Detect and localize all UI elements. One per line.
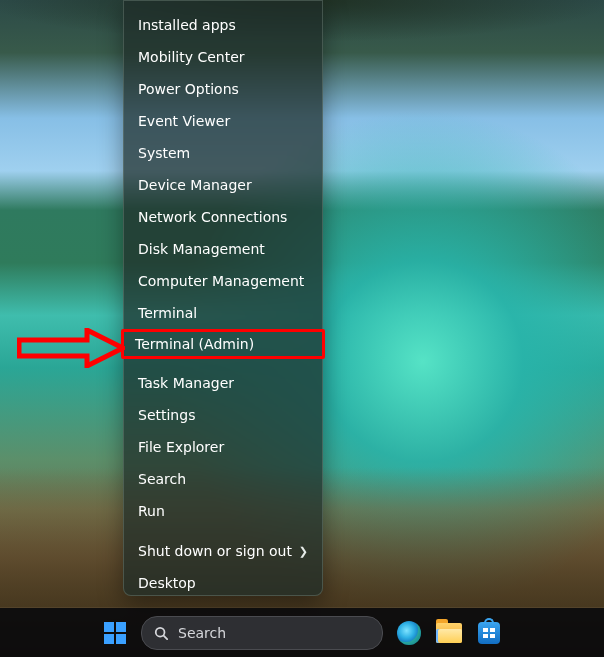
svg-line-1 xyxy=(164,635,168,639)
edge-icon xyxy=(397,621,421,645)
menu-item-network-connections[interactable]: Network Connections xyxy=(124,201,322,233)
menu-item-label: Desktop xyxy=(138,576,196,590)
folder-icon xyxy=(436,623,462,643)
taskbar-search[interactable]: Search xyxy=(141,616,383,650)
menu-item-settings[interactable]: Settings xyxy=(124,399,322,431)
search-placeholder: Search xyxy=(178,625,226,641)
taskbar: Search xyxy=(0,608,604,657)
menu-item-label: Power Options xyxy=(138,82,239,96)
windows-logo-icon xyxy=(104,622,126,644)
menu-item-disk-management[interactable]: Disk Management xyxy=(124,233,322,265)
menu-item-label: Event Viewer xyxy=(138,114,230,128)
menu-item-label: Disk Management xyxy=(138,242,265,256)
menu-item-search[interactable]: Search xyxy=(124,463,322,495)
menu-item-file-explorer[interactable]: File Explorer xyxy=(124,431,322,463)
menu-item-label: File Explorer xyxy=(138,440,224,454)
menu-item-mobility-center[interactable]: Mobility Center xyxy=(124,41,322,73)
menu-item-label: Installed apps xyxy=(138,18,236,32)
taskbar-app-file-explorer[interactable] xyxy=(435,619,463,647)
menu-item-label: Computer Management xyxy=(138,274,304,288)
menu-item-run[interactable]: Run xyxy=(124,495,322,527)
menu-item-task-manager[interactable]: Task Manager xyxy=(124,367,322,399)
menu-item-label: Settings xyxy=(138,408,195,422)
menu-item-terminal[interactable]: Terminal xyxy=(124,297,322,329)
menu-item-label: System xyxy=(138,146,190,160)
taskbar-app-microsoft-store[interactable] xyxy=(475,619,503,647)
menu-item-computer-management[interactable]: Computer Management xyxy=(124,265,322,297)
menu-item-shutdown-signout[interactable]: Shut down or sign out ❯ xyxy=(124,535,322,567)
menu-item-device-manager[interactable]: Device Manager xyxy=(124,169,322,201)
menu-item-label: Network Connections xyxy=(138,210,287,224)
menu-item-label: Task Manager xyxy=(138,376,234,390)
winx-context-menu: Installed apps Mobility Center Power Opt… xyxy=(123,0,323,596)
store-icon xyxy=(478,622,500,644)
menu-item-label: Terminal xyxy=(138,306,197,320)
search-icon xyxy=(154,626,168,640)
menu-item-label: Terminal (Admin) xyxy=(135,337,254,351)
menu-item-installed-apps[interactable]: Installed apps xyxy=(124,9,322,41)
menu-item-label: Device Manager xyxy=(138,178,252,192)
menu-item-desktop[interactable]: Desktop xyxy=(124,567,322,599)
menu-item-power-options[interactable]: Power Options xyxy=(124,73,322,105)
menu-item-label: Run xyxy=(138,504,165,518)
menu-item-label: Shut down or sign out xyxy=(138,544,292,558)
chevron-right-icon: ❯ xyxy=(299,546,308,557)
menu-item-terminal-admin[interactable]: Terminal (Admin) xyxy=(121,329,325,359)
menu-item-event-viewer[interactable]: Event Viewer xyxy=(124,105,322,137)
start-button[interactable] xyxy=(101,619,129,647)
taskbar-app-edge[interactable] xyxy=(395,619,423,647)
menu-item-label: Mobility Center xyxy=(138,50,245,64)
menu-item-system[interactable]: System xyxy=(124,137,322,169)
menu-item-label: Search xyxy=(138,472,186,486)
